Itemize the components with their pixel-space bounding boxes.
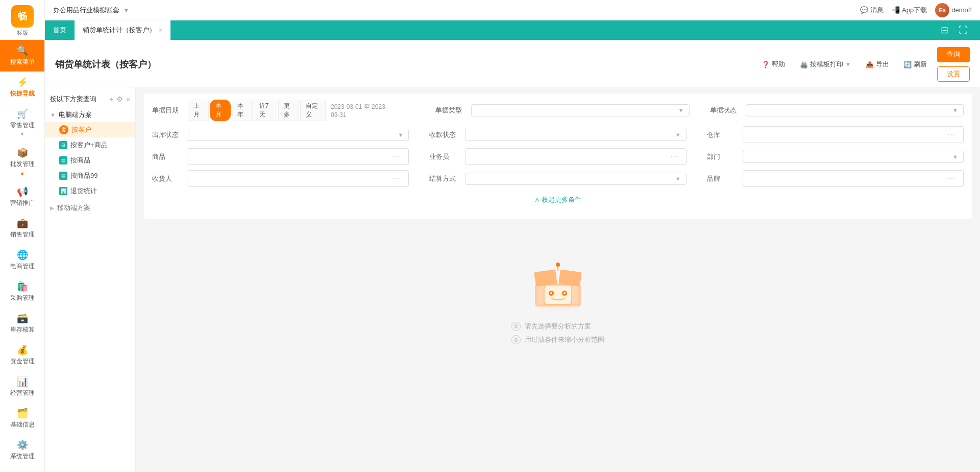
sidebar-item-label: 电商管理 [10,262,35,271]
title-dropdown-icon[interactable]: ▼ [124,7,129,13]
dept-select[interactable]: ▼ [743,151,964,163]
outstatus-select[interactable]: ▼ [188,129,409,141]
tree-desktop-header[interactable]: ▼ 电脑端方案 [45,108,135,122]
sidebar-item-label: 销售管理 [10,230,35,239]
retail-icon: 🛒 [17,108,28,120]
sidebar-item-system[interactable]: ⚙️ 系统管理 [0,434,44,466]
logo-char: 畅 [18,10,27,22]
top-bar-right: 💬 消息 📲 App下载 Ea demo2 [860,3,972,17]
warehouse-select[interactable]: ··· [743,126,964,143]
sidebar-item-label: 系统管理 [10,452,35,461]
tree-item-label: 按商品99 [70,171,97,180]
payment-label: 结算方式 [429,174,465,183]
date-tab-more[interactable]: 更多 [278,100,299,121]
sidebar-item-label: 资金管理 [10,357,35,366]
refresh-button[interactable]: 🔄 刷新 [899,58,931,71]
print-button[interactable]: 🖨️ 按模板打印 ▼ [795,57,855,72]
refresh-icon: 🔄 [903,61,912,68]
tab-expand-icon[interactable]: ⛶ [959,25,974,36]
collapse-filter-button[interactable]: ∧ 收起更多条件 [152,192,964,207]
tree-item-customer-product[interactable]: ⊞ 按客户+商品 [45,137,135,153]
tab-bar-actions: ⊟ ⛶ [941,25,980,36]
sidebar-item-quicknav[interactable]: ⚡ 快捷导航 [0,72,44,103]
setting-button[interactable]: 设置 [937,66,970,82]
receiver-label: 收货人 [152,174,188,183]
sidebar-item-inventory[interactable]: 🗃️ 库存核算 [0,308,44,339]
sidebar-item-finance[interactable]: 💰 资金管理 [0,339,44,371]
sidebar-item-operation[interactable]: 📊 经营管理 [0,371,44,403]
sidebar-item-sales[interactable]: 💼 销售管理 [0,213,44,244]
tree-mobile-header[interactable]: ▶ 移动端方案 [45,201,135,215]
filter-row-4: 收货人 ··· 结算方式 ▼ 品牌 [152,170,964,187]
sidebar-item-cooperation[interactable]: 🤝 企业协同 [0,466,44,472]
doctype-select[interactable]: ▼ [471,104,689,116]
avatar: Ea [935,3,949,17]
page-header: 销货单统计表（按客户） ❓ 帮助 🖨️ 按模板打印 ▼ 📤 导出 🔄 刷新 [45,40,980,87]
docstatus-select[interactable]: ▼ [746,104,964,116]
staff-select[interactable]: ··· [465,148,686,165]
sidebar-item-search[interactable]: 🔍 搜索菜单 [0,40,44,72]
date-tab-7days[interactable]: 近7天 [254,100,277,121]
product-more-icon[interactable]: ··· [393,151,400,162]
add-scheme-icon[interactable]: + [109,95,113,103]
sidebar-item-ecommerce[interactable]: 🌐 电商管理 [0,244,44,276]
export-button[interactable]: 📤 导出 [862,58,893,71]
brand-select[interactable]: ··· [743,170,964,187]
date-tab-lastmonth[interactable]: 上月 [188,100,209,121]
user-avatar-area[interactable]: Ea demo2 [935,3,972,17]
product-select[interactable]: ··· [188,148,409,165]
doctype-label: 单据类型 [435,106,471,115]
tree-item-return-stats[interactable]: 📊 退货统计 [45,183,135,199]
finance-icon: 💰 [17,344,28,356]
hint-text-1: 请先选择要分析的方案 [525,322,591,331]
warehouse-label: 仓库 [707,130,743,139]
download-icon: 📲 [892,6,900,14]
date-tab-thisyear[interactable]: 本年 [232,100,253,121]
system-icon: ⚙️ [17,439,28,451]
tree-item-label: 按客户 [71,125,91,134]
tree-item-product99[interactable]: ▤ 按商品99 [45,168,135,183]
tab-home[interactable]: 首页 [45,20,75,40]
tab-minimize-icon[interactable]: ⊟ [941,25,954,36]
brand-more-icon[interactable]: ··· [947,173,955,184]
date-tab-custom[interactable]: 自定义 [300,100,326,121]
date-tab-thismonth[interactable]: 本月 [210,100,231,121]
warehouse-more-icon[interactable]: ··· [947,129,955,140]
print-dropdown-icon[interactable]: ▼ [845,61,851,67]
hint-num-2: ② [511,335,521,344]
payment-arrow-icon: ▼ [675,176,681,182]
collectstatus-select[interactable]: ▼ [465,129,686,141]
sidebar: 畅 标版 🔍 搜索菜单 ⚡ 快捷导航 🛒 零售管理 ▼ 📦 批发管理 ▲ 📢 营… [0,0,45,472]
sidebar-item-wholesale[interactable]: 📦 批发管理 ▲ [0,142,44,181]
sidebar-item-retail[interactable]: 🛒 零售管理 ▼ [0,103,44,142]
svg-rect-4 [558,269,581,287]
payment-select[interactable]: ▼ [465,173,686,185]
receiver-select[interactable]: ··· [188,170,409,187]
tree-mobile-label: 移动端方案 [57,203,90,213]
collectstatus-label: 收款状态 [429,130,465,139]
inventory-icon: 🗃️ [17,313,28,324]
staff-more-icon[interactable]: ··· [670,151,678,162]
receiver-more-icon[interactable]: ··· [393,173,400,184]
message-button[interactable]: 💬 消息 [860,6,884,15]
sidebar-item-base[interactable]: 🗂️ 基础信息 [0,403,44,434]
date-label: 单据日期 [152,106,188,115]
sidebar-item-purchase[interactable]: 🛍️ 采购管理 [0,276,44,308]
tab-bar: 首页 销货单统计计（按客户） × ⊟ ⛶ [45,20,980,40]
quicknav-icon: ⚡ [17,77,28,88]
sidebar-item-marketing[interactable]: 📢 营销推广 [0,181,44,213]
app-download-button[interactable]: 📲 App下载 [892,6,927,15]
empty-hints: ① 请先选择要分析的方案 ② 用过滤条件来缩小分析范围 [511,322,604,344]
wholesale-icon: 📦 [17,147,28,158]
help-button[interactable]: ❓ 帮助 [757,58,789,71]
help-icon: ❓ [762,61,770,68]
tab-sales-stats[interactable]: 销货单统计计（按客户） × [75,20,170,40]
collapse-panel-icon[interactable]: « [126,95,130,103]
tree-item-customer[interactable]: 客 按客户 [45,122,135,137]
tree-collapse-icon: ▼ [50,112,56,118]
tree-item-product[interactable]: ▤ 按商品 [45,153,135,168]
staff-label: 业务员 [429,152,465,161]
settings-scheme-icon[interactable]: ⚙ [116,95,123,103]
tab-close-icon[interactable]: × [159,27,162,34]
query-button[interactable]: 查询 [937,47,970,62]
